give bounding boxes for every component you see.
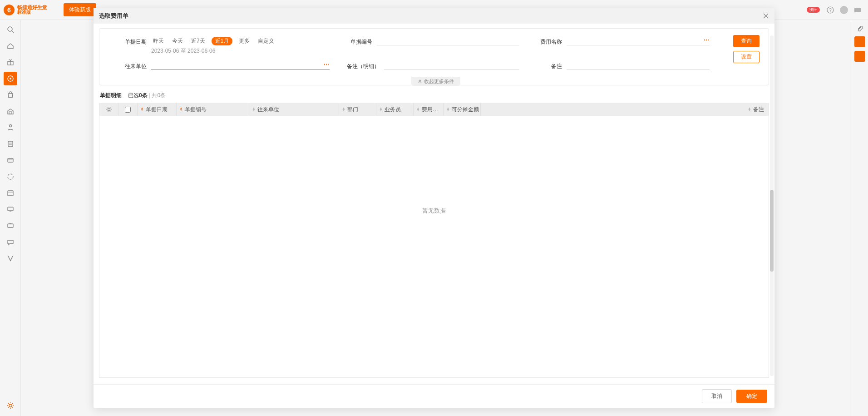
- confirm-button[interactable]: 确定: [736, 390, 767, 403]
- gear-icon: [106, 106, 112, 113]
- modal-footer: 取消 确定: [94, 384, 774, 408]
- th-date[interactable]: ▲▼ 单据日期: [138, 103, 177, 116]
- select-all-checkbox[interactable]: [118, 103, 138, 116]
- th-sales-label: 业务员: [385, 106, 401, 114]
- fee-name-input[interactable]: [567, 37, 710, 45]
- svg-point-25: [108, 109, 110, 111]
- chip-more[interactable]: 更多: [237, 37, 252, 45]
- date-range-text: 2023-05-06 至 2023-06-06: [151, 47, 330, 55]
- chip-custom[interactable]: 自定义: [256, 37, 276, 45]
- checkbox-input[interactable]: [125, 107, 131, 113]
- th-no[interactable]: ▲▼ 单据编号: [177, 103, 249, 116]
- modal-title: 选取费用单: [99, 12, 128, 20]
- table-empty-text: 暂无数据: [99, 116, 769, 306]
- table-h-scrollbar[interactable]: [99, 378, 769, 384]
- selected-prefix: 已选: [128, 92, 139, 99]
- th-party-label: 往来单位: [257, 106, 279, 114]
- total-count: 共0条: [152, 92, 166, 99]
- filter-docno-label: 单据编号: [343, 37, 372, 46]
- th-remark-label: 备注: [753, 106, 764, 114]
- th-date-label: 单据日期: [146, 106, 168, 114]
- chip-today[interactable]: 今天: [170, 37, 185, 45]
- party-input[interactable]: [151, 61, 330, 70]
- modal-header: 选取费用单: [94, 8, 774, 24]
- collapse-conditions-toggle[interactable]: 收起更多条件: [411, 77, 460, 86]
- chip-yesterday[interactable]: 昨天: [151, 37, 166, 45]
- party-more-icon[interactable]: ⋯: [324, 61, 330, 68]
- remark-input[interactable]: [567, 61, 710, 70]
- close-icon: [763, 13, 769, 19]
- chip-7d[interactable]: 近7天: [189, 37, 207, 45]
- collapse-text: 收起更多条件: [424, 78, 454, 85]
- column-config-button[interactable]: [99, 103, 118, 116]
- th-sales[interactable]: ▲▼ 业务员: [376, 103, 414, 116]
- remark-detail-input[interactable]: [384, 61, 520, 70]
- th-dept[interactable]: ▲▼ 部门: [339, 103, 376, 116]
- th-alloc[interactable]: ▲▼ 可分摊金额: [444, 103, 481, 116]
- fee-name-more-icon[interactable]: ⋯: [704, 37, 710, 43]
- chevron-up-double-icon: [418, 79, 422, 84]
- modal-overlay: 选取费用单 查询 设置 单据日期 昨天 今天: [0, 0, 868, 416]
- cancel-button[interactable]: 取消: [702, 389, 732, 403]
- doc-no-input[interactable]: [377, 37, 520, 45]
- mid-summary-row: 单据明细 已选0条 | 共0条: [100, 92, 768, 99]
- filter-date-label: 单据日期: [118, 37, 147, 46]
- th-no-label: 单据编号: [185, 106, 207, 114]
- chip-1m[interactable]: 近1月: [212, 37, 233, 45]
- detail-label: 单据明细: [100, 92, 122, 99]
- th-party[interactable]: ▲▼ 往来单位: [249, 103, 339, 116]
- filter-feename-label: 费用名称: [533, 37, 562, 46]
- table-header: ▲▼ 单据日期 ▲▼ 单据编号 ▲▼ 往来单位 ▲▼ 部门: [99, 103, 769, 116]
- settings-button[interactable]: 设置: [733, 51, 760, 63]
- th-fee[interactable]: ▲▼ 费用…: [414, 103, 444, 116]
- search-button[interactable]: 查询: [733, 35, 760, 47]
- table-area: ▲▼ 单据日期 ▲▼ 单据编号 ▲▼ 往来单位 ▲▼ 部门: [99, 103, 769, 378]
- modal-close-button[interactable]: [761, 11, 771, 21]
- th-fee-label: 费用…: [422, 106, 438, 114]
- th-dept-label: 部门: [347, 106, 358, 114]
- filter-card: 查询 设置 单据日期 昨天 今天 近7天 近1月 更多: [99, 28, 769, 85]
- th-alloc-label: 可分摊金额: [452, 106, 479, 114]
- selected-count: 0条: [139, 92, 148, 99]
- th-remark[interactable]: ▲▼ 备注: [481, 103, 769, 116]
- filter-remark-detail-label: 备注（明细）: [343, 61, 380, 70]
- filter-remark-label: 备注: [533, 61, 562, 70]
- select-fee-modal: 选取费用单 查询 设置 单据日期 昨天 今天: [94, 8, 774, 408]
- filter-party-label: 往来单位: [118, 61, 147, 70]
- modal-v-scrollbar[interactable]: [770, 35, 774, 376]
